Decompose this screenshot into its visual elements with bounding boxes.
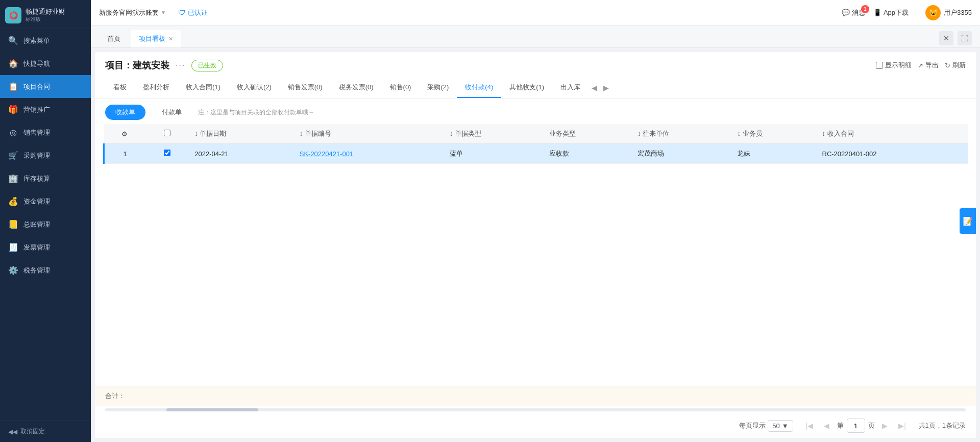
show-detail-label: 显示明细 bbox=[885, 61, 912, 70]
th-partner[interactable]: ↕ 往来单位 bbox=[631, 124, 731, 144]
logo-icon: ⭕ bbox=[9, 11, 18, 19]
select-all-checkbox[interactable] bbox=[164, 130, 170, 136]
topbar-message[interactable]: 💬 消息 1 bbox=[842, 8, 865, 17]
total-label: 合计： bbox=[105, 392, 125, 400]
sidebar-label-purchase: 采购管理 bbox=[23, 151, 50, 160]
next-page-button[interactable]: ▶ bbox=[878, 419, 892, 433]
table-head: ⚙ ↕ 单据日期 ↕ 单据编号 ↕ 单据类型 bbox=[104, 124, 968, 144]
topbar-app-download[interactable]: 📱 App下载 bbox=[873, 8, 909, 17]
export-button[interactable]: ↗ 导出 bbox=[918, 61, 939, 70]
sidebar-item-search[interactable]: 🔍 搜索菜单 bbox=[0, 29, 91, 52]
sidebar-item-tax[interactable]: ⚙️ 税务管理 bbox=[0, 259, 91, 282]
scroll-thumb[interactable] bbox=[166, 408, 258, 411]
account-name: 新服务官网演示账套 bbox=[99, 8, 159, 17]
content-body: 收款单 付款单 注：这里是与项目关联的全部收付款单哦～ ⚙ ↕ 单据日期 bbox=[95, 99, 976, 438]
last-page-button[interactable]: ▶| bbox=[895, 419, 910, 433]
sidebar-item-shortcut[interactable]: 🏠 快捷导航 bbox=[0, 52, 91, 75]
td-biz-type: 应收款 bbox=[543, 144, 631, 164]
th-salesperson-label: ↕ 业务员 bbox=[737, 130, 762, 137]
page-size-dropdown[interactable]: 50 ▼ bbox=[768, 420, 793, 432]
receipt-tab-button[interactable]: 收款单 bbox=[105, 105, 145, 120]
tab-project-board[interactable]: 项目看板 ✕ bbox=[131, 30, 181, 47]
more-options-icon[interactable]: ··· bbox=[176, 61, 185, 70]
project-board-tab-label: 项目看板 bbox=[139, 34, 165, 43]
page-size-select: 每页显示 50 ▼ bbox=[739, 420, 793, 432]
th-settings[interactable]: ⚙ bbox=[104, 124, 146, 144]
message-badge: 1 bbox=[861, 5, 869, 13]
show-detail-input[interactable] bbox=[876, 62, 883, 69]
th-partner-label: ↕ 往来单位 bbox=[638, 130, 669, 137]
td-number[interactable]: SK-20220421-001 bbox=[293, 144, 444, 164]
td-checkbox[interactable] bbox=[145, 144, 188, 164]
payment-tab-button[interactable]: 付款单 bbox=[152, 105, 192, 120]
sidebar-item-finance[interactable]: 💰 资金管理 bbox=[0, 190, 91, 213]
topbar-account[interactable]: 新服务官网演示账套 ▼ bbox=[99, 8, 166, 17]
sidebar-item-inventory[interactable]: 🏢 库存核算 bbox=[0, 167, 91, 190]
sidebar-item-invoice[interactable]: 🧾 发票管理 bbox=[0, 236, 91, 259]
phone-icon: 📱 bbox=[873, 9, 881, 16]
sidebar-brand: 畅捷通好业财 标准版 bbox=[26, 8, 65, 23]
row-checkbox[interactable] bbox=[164, 150, 170, 156]
tab-close-icon[interactable]: ✕ bbox=[168, 36, 173, 42]
th-date[interactable]: ↕ 单据日期 bbox=[188, 124, 293, 144]
first-page-button[interactable]: |◀ bbox=[802, 419, 817, 433]
td-partner: 宏茂商场 bbox=[631, 144, 731, 164]
sidebar-label-sales: 销售管理 bbox=[23, 128, 50, 137]
tabsbar: 首页 项目看板 ✕ ✕ ⛶ bbox=[91, 26, 980, 48]
page-unit: 页 bbox=[868, 421, 875, 430]
subtab-sales[interactable]: 销售(0) bbox=[382, 78, 420, 98]
th-income-contract[interactable]: ↕ 收入合同 bbox=[816, 124, 968, 144]
right-float-action-button[interactable]: 📝 bbox=[960, 208, 976, 234]
page-size-arrow-icon: ▼ bbox=[782, 422, 789, 430]
sidebar-item-purchase[interactable]: 🛒 采购管理 bbox=[0, 144, 91, 167]
th-number[interactable]: ↕ 单据编号 bbox=[293, 124, 444, 144]
th-biz-type-label: 业务类型 bbox=[549, 130, 576, 137]
td-seq: 1 bbox=[104, 144, 146, 164]
switch-tabs: 收款单 付款单 注：这里是与项目关联的全部收付款单哦～ bbox=[95, 99, 976, 124]
tab-maximize-button[interactable]: ⛶ bbox=[958, 31, 972, 45]
sidebar-item-sales[interactable]: ◎ 销售管理 bbox=[0, 121, 91, 144]
subtab-income-contract[interactable]: 收入合同(1) bbox=[178, 78, 229, 98]
subtab-warehouse[interactable]: 出入库 bbox=[552, 78, 589, 98]
sidebar-footer-unpin[interactable]: ◀◀ 取消固定 bbox=[0, 421, 91, 442]
sidebar-item-ledger[interactable]: 📒 总账管理 bbox=[0, 213, 91, 236]
refresh-button[interactable]: ↻ 刷新 bbox=[945, 61, 966, 70]
user-avatar: 🐱 bbox=[925, 5, 941, 20]
td-date: 2022-04-21 bbox=[188, 144, 293, 164]
topbar-verified: 🛡 已认证 bbox=[178, 8, 208, 17]
table-row[interactable]: 1 2022-04-21 SK-20220421-001 蓝单 应收款 宏茂商场… bbox=[104, 144, 968, 164]
sidebar-title: 畅捷通好业财 bbox=[26, 8, 65, 16]
tab-close-window-button[interactable]: ✕ bbox=[939, 31, 953, 45]
sidebar-item-contract[interactable]: 📋 项目合同 bbox=[0, 75, 91, 98]
th-salesperson[interactable]: ↕ 业务员 bbox=[731, 124, 816, 144]
show-detail-checkbox[interactable]: 显示明细 bbox=[876, 61, 912, 70]
subtab-sales-invoice[interactable]: 销售发票(0) bbox=[280, 78, 331, 98]
subtab-profit[interactable]: 盈利分析 bbox=[135, 78, 178, 98]
search-icon: 🔍 bbox=[8, 36, 18, 45]
home-tab-label: 首页 bbox=[107, 34, 120, 43]
subtab-purchase[interactable]: 采购(2) bbox=[419, 78, 457, 98]
subtabs-prev-arrow[interactable]: ◀ bbox=[589, 80, 600, 96]
subtab-income-confirm[interactable]: 收入确认(2) bbox=[229, 78, 280, 98]
doc-number-link[interactable]: SK-20220421-001 bbox=[300, 150, 354, 158]
status-badge: 已生效 bbox=[191, 60, 223, 71]
tab-home[interactable]: 首页 bbox=[99, 30, 129, 47]
prev-page-button[interactable]: ◀ bbox=[820, 419, 834, 433]
th-checkbox bbox=[145, 124, 188, 144]
topbar-user[interactable]: 🐱 用户3355 bbox=[925, 5, 972, 20]
th-doc-type[interactable]: ↕ 单据类型 bbox=[444, 124, 544, 144]
subtab-other-expense[interactable]: 其他收支(1) bbox=[501, 78, 552, 98]
page-title-prefix: 项目： bbox=[105, 60, 133, 70]
refresh-icon: ↻ bbox=[945, 62, 950, 69]
page-number-input[interactable] bbox=[847, 419, 865, 433]
sidebar-label-ledger: 总账管理 bbox=[23, 220, 50, 229]
subtab-kanban[interactable]: 看板 bbox=[105, 78, 135, 98]
subtabs-next-arrow[interactable]: ▶ bbox=[600, 80, 612, 96]
sidebar-item-marketing[interactable]: 🎁 营销推广 bbox=[0, 98, 91, 121]
content-area: 项目：建筑安装 ··· 已生效 显示明细 ↗ 导出 ↻ 刷新 bbox=[95, 52, 976, 438]
subtab-receipts[interactable]: 收付款(4) bbox=[457, 78, 501, 98]
inventory-icon: 🏢 bbox=[8, 174, 18, 183]
float-action-icon: 📝 bbox=[963, 216, 973, 226]
horizontal-scrollbar[interactable] bbox=[95, 406, 976, 413]
subtab-tax-invoice[interactable]: 税务发票(0) bbox=[331, 78, 382, 98]
